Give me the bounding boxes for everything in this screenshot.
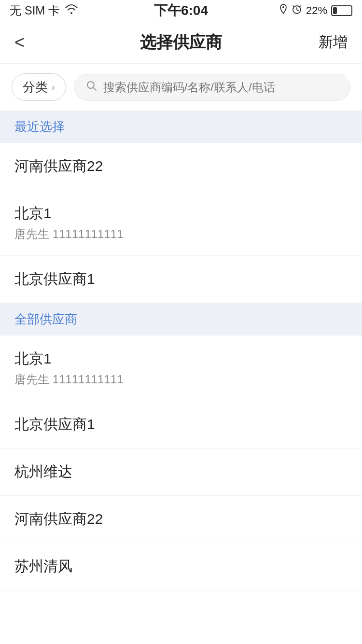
list-item[interactable]: 苏州清风 — [0, 543, 362, 590]
item-name: 河南供应商22 — [14, 156, 348, 176]
item-name: 北京供应商1 — [14, 415, 348, 434]
recent-section-header: 最近选择 — [0, 111, 362, 143]
category-button[interactable]: 分类 › — [12, 73, 66, 101]
alarm-icon — [292, 4, 302, 17]
item-name: 杭州维达 — [14, 462, 348, 482]
status-right: 22% — [279, 4, 352, 17]
search-input[interactable] — [103, 81, 338, 94]
nav-bar: < 选择供应商 新增 — [0, 21, 362, 64]
category-label: 分类 — [23, 79, 48, 96]
page-title: 选择供应商 — [140, 31, 222, 54]
recent-section-title: 最近选择 — [14, 119, 65, 134]
item-name: 苏州清风 — [14, 557, 348, 576]
item-name: 北京1 — [14, 204, 348, 224]
item-detail: 唐先生 11111111111 — [14, 226, 348, 242]
list-item[interactable]: 杭州维达 — [0, 448, 362, 496]
list-item[interactable]: 河南供应商22 — [0, 496, 362, 543]
all-section-header: 全部供应商 — [0, 303, 362, 336]
all-section-title: 全部供应商 — [14, 312, 77, 326]
search-box[interactable] — [74, 74, 350, 101]
battery-percentage: 22% — [306, 4, 327, 17]
chevron-right-icon: › — [52, 82, 55, 93]
location-icon — [279, 4, 288, 17]
status-time: 下午6:04 — [154, 1, 208, 20]
search-icon — [86, 80, 97, 95]
add-button[interactable]: 新增 — [319, 32, 348, 52]
item-detail: 唐先生 11111111111 — [14, 372, 348, 387]
wifi-icon — [65, 4, 78, 17]
item-name: 河南供应商22 — [14, 509, 348, 529]
list-item[interactable]: 北京1 唐先生 11111111111 — [0, 190, 362, 256]
list-item[interactable]: 北京供应商1 — [0, 256, 362, 303]
status-left: 无 SIM 卡 — [10, 3, 78, 18]
filter-bar: 分类 › — [0, 64, 362, 111]
list-item[interactable]: 河南供应商22 — [0, 143, 362, 190]
back-button[interactable]: < — [14, 32, 43, 53]
item-name: 北京1 — [14, 349, 348, 369]
carrier-label: 无 SIM 卡 — [10, 3, 60, 18]
battery-icon — [331, 5, 352, 16]
all-items-list: 北京1 唐先生 11111111111 北京供应商1 杭州维达 河南供应商22 … — [0, 336, 362, 590]
list-item[interactable]: 北京1 唐先生 11111111111 — [0, 336, 362, 401]
list-item[interactable]: 北京供应商1 — [0, 401, 362, 448]
svg-point-0 — [282, 6, 284, 8]
item-name: 北京供应商1 — [14, 269, 348, 289]
status-bar: 无 SIM 卡 下午6:04 22% — [0, 0, 362, 21]
recent-items-list: 河南供应商22 北京1 唐先生 11111111111 北京供应商1 — [0, 143, 362, 303]
